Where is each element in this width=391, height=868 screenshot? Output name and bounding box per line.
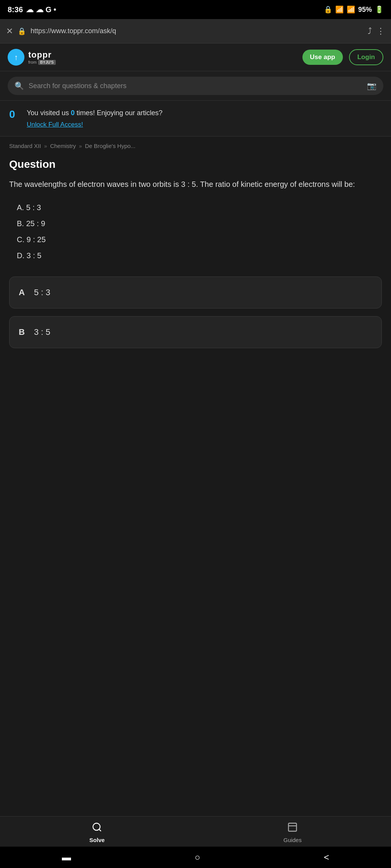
- toppr-icon: ↑: [8, 49, 24, 66]
- nav-item-solve[interactable]: Solve: [89, 822, 105, 843]
- status-icons-left: ☁ ☁ G •: [26, 5, 56, 14]
- option-c-label: C.: [17, 235, 27, 244]
- status-battery: 95%: [358, 6, 372, 14]
- use-app-button[interactable]: Use app: [302, 50, 343, 65]
- visit-message-prefix: You visited us: [27, 109, 71, 117]
- camera-icon[interactable]: 📷: [367, 81, 376, 90]
- answer-card-b-value: 3 : 5: [34, 327, 50, 337]
- option-d-value: 3 : 5: [27, 251, 42, 260]
- visit-message: You visited us 0 times! Enjoying our art…: [27, 108, 163, 118]
- search-container: 🔍 Search for questions & chapters 📷: [0, 71, 391, 101]
- question-label: Question: [9, 158, 382, 170]
- option-c: C. 9 : 25: [17, 234, 382, 245]
- option-b-value: 25 : 9: [26, 219, 45, 228]
- breadcrumb: Standard XII » Chemistry » De Broglie's …: [0, 137, 391, 152]
- solve-icon: [92, 822, 102, 835]
- main-content: Question The wavelengths of electron wav…: [0, 152, 391, 402]
- answer-card-b-label: B: [19, 327, 28, 337]
- status-signal-icon: 📶: [347, 5, 355, 14]
- visit-message-suffix: times! Enjoying our articles?: [74, 109, 162, 117]
- answer-card-a-label: A: [19, 288, 28, 297]
- visit-count-badge: 0: [9, 108, 21, 121]
- search-icon: 🔍: [15, 81, 24, 90]
- browser-menu-button[interactable]: ⋮: [376, 26, 385, 36]
- visit-text-group: You visited us 0 times! Enjoying our art…: [27, 108, 163, 129]
- answer-card-b[interactable]: B 3 : 5: [9, 316, 382, 348]
- battery-icon: 🔋: [375, 5, 383, 14]
- visit-count-inline: 0: [71, 109, 74, 117]
- android-nav-bar: ▬ ○ <: [0, 847, 391, 868]
- status-bar: 8:36 ☁ ☁ G • 🔒 📶 📶 95% 🔋: [0, 0, 391, 19]
- browser-bar: ✕ 🔒 https://www.toppr.com/ask/q ⤴ ⋮: [0, 19, 391, 43]
- toppr-from-label: from: [28, 60, 37, 64]
- browser-url-display[interactable]: https://www.toppr.com/ask/q: [31, 27, 363, 35]
- option-c-value: 9 : 25: [27, 235, 46, 244]
- bottom-nav: Solve Guides: [0, 816, 391, 847]
- status-time-group: 8:36 ☁ ☁ G •: [8, 5, 56, 14]
- android-back-button[interactable]: <: [324, 852, 329, 863]
- options-list: A. 5 : 3 B. 25 : 9 C. 9 : 25 D. 3 : 5: [9, 202, 382, 261]
- search-input[interactable]: Search for questions & chapters: [29, 82, 362, 90]
- guides-icon: [287, 822, 298, 835]
- status-time: 8:36: [8, 5, 23, 14]
- android-home-button[interactable]: ○: [195, 852, 200, 863]
- android-recent-button[interactable]: ▬: [62, 852, 71, 863]
- browser-lock-icon: 🔒: [18, 27, 26, 35]
- answer-card-a-value: 5 : 3: [34, 288, 50, 297]
- option-a-label: A.: [17, 203, 26, 212]
- search-bar[interactable]: 🔍 Search for questions & chapters 📷: [8, 77, 383, 95]
- byjus-badge: BYJU'S: [38, 60, 56, 65]
- breadcrumb-chemistry[interactable]: Chemistry: [50, 143, 76, 149]
- svg-rect-2: [289, 823, 297, 831]
- option-a-value: 5 : 3: [26, 203, 41, 212]
- breadcrumb-sep-2: »: [79, 143, 82, 149]
- toppr-logo: ↑ toppr from BYJU'S: [8, 49, 56, 66]
- svg-point-0: [93, 823, 100, 830]
- browser-close-button[interactable]: ✕: [6, 26, 13, 36]
- breadcrumb-standard[interactable]: Standard XII: [9, 143, 41, 149]
- browser-share-button[interactable]: ⤴: [368, 26, 372, 36]
- option-d-label: D.: [17, 251, 27, 260]
- unlock-link[interactable]: Unlock Full Access!: [27, 121, 163, 129]
- breadcrumb-topic[interactable]: De Broglie's Hypo...: [85, 143, 136, 149]
- toppr-brand-name: toppr: [28, 50, 56, 60]
- option-b-label: B.: [17, 219, 26, 228]
- status-wifi-icon: 📶: [335, 5, 344, 14]
- nav-solve-label: Solve: [89, 837, 105, 843]
- option-a: A. 5 : 3: [17, 202, 382, 213]
- app-header: ↑ toppr from BYJU'S Use app Login: [0, 43, 391, 71]
- nav-guides-label: Guides: [283, 837, 302, 843]
- toppr-from-group: from BYJU'S: [28, 60, 56, 65]
- visit-banner: 0 You visited us 0 times! Enjoying our a…: [0, 101, 391, 137]
- question-text: The wavelengths of electron waves in two…: [9, 178, 382, 190]
- status-lock-icon: 🔒: [324, 5, 332, 14]
- option-d: D. 3 : 5: [17, 250, 382, 261]
- option-b: B. 25 : 9: [17, 218, 382, 229]
- answer-card-a[interactable]: A 5 : 3: [9, 276, 382, 309]
- toppr-arrow-icon: ↑: [14, 53, 18, 62]
- nav-item-guides[interactable]: Guides: [283, 822, 302, 843]
- svg-line-1: [99, 829, 101, 831]
- breadcrumb-sep-1: »: [44, 143, 47, 149]
- login-button[interactable]: Login: [349, 49, 383, 65]
- status-right-group: 🔒 📶 📶 95% 🔋: [324, 5, 383, 14]
- toppr-text-group: toppr from BYJU'S: [28, 50, 56, 65]
